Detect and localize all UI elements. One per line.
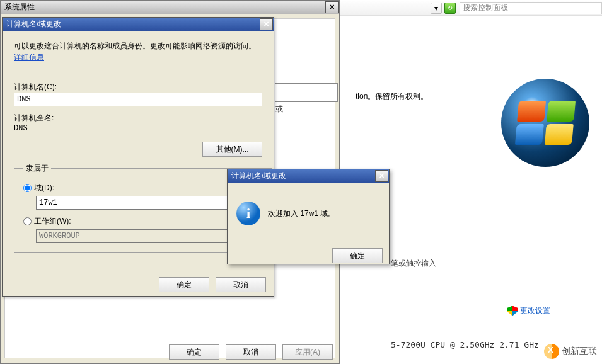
workgroup-radio-label: 工作组(W): xyxy=(34,216,71,227)
msgbox-buttons: 确定 xyxy=(228,244,389,267)
system-properties-buttons: 确定 取消 应用(A) xyxy=(169,344,333,360)
dialog-description: 可以更改这台计算机的名称和成员身份。更改可能影响网络资源的访问。 详细信息 xyxy=(14,40,262,63)
ok-button[interactable]: 确定 xyxy=(332,248,383,263)
watermark-icon xyxy=(544,344,559,359)
refresh-icon: ↻ xyxy=(448,4,453,11)
system-properties-title: 系统属性 xyxy=(4,2,35,13)
welcome-message-box: 计算机名/域更改 ✕ i 欢迎加入 17w1 域。 确定 xyxy=(227,169,390,264)
close-button[interactable]: ✕ xyxy=(325,1,339,13)
computer-name-input[interactable] xyxy=(14,93,262,106)
workgroup-radio[interactable] xyxy=(23,217,32,225)
name-dialog-titlebar[interactable]: 计算机名/域更改 ✕ xyxy=(3,18,274,31)
msgbox-body: i 欢迎加入 17w1 域。 xyxy=(228,183,389,244)
ok-button[interactable]: 确定 xyxy=(169,344,219,360)
name-dialog-buttons: 确定 取消 xyxy=(159,277,266,292)
nav-refresh-button[interactable]: ↻ xyxy=(444,3,456,14)
msgbox-titlebar[interactable]: 计算机名/域更改 ✕ xyxy=(228,169,389,183)
system-info-area: tion。保留所有权利。 xyxy=(340,16,602,28)
description-suffix: 或 xyxy=(275,104,283,115)
windows-logo xyxy=(501,79,589,167)
pen-touch-info: 笔或触控输入 xyxy=(391,258,436,269)
address-search-bar: ▾ ↻ 搜索控制面板 xyxy=(340,1,602,16)
cancel-button[interactable]: 取消 xyxy=(226,344,276,360)
domain-radio-label: 域(D): xyxy=(34,183,54,193)
cpu-info: 5-7200U CPU @ 2.50GHz 2.71 GHz xyxy=(391,340,539,350)
computer-name-label: 计算机名(C): xyxy=(14,82,262,93)
search-input[interactable]: 搜索控制面板 xyxy=(460,2,602,14)
domain-radio[interactable] xyxy=(23,184,32,192)
close-button[interactable]: ✕ xyxy=(260,18,273,30)
description-input[interactable] xyxy=(275,83,338,102)
change-settings-link[interactable]: 更改设置 xyxy=(507,305,550,316)
system-properties-titlebar[interactable]: 系统属性 ✕ xyxy=(1,1,339,14)
info-icon: i xyxy=(236,202,260,225)
close-button[interactable]: ✕ xyxy=(375,170,388,182)
nav-back-button[interactable]: ▾ xyxy=(431,3,442,14)
watermark: 创新互联 xyxy=(544,344,597,359)
close-icon: ✕ xyxy=(263,20,269,28)
search-placeholder: 搜索控制面板 xyxy=(463,3,508,13)
cancel-button[interactable]: 取消 xyxy=(216,277,266,292)
details-link[interactable]: 详细信息 xyxy=(14,53,44,62)
full-computer-name-value: DNS xyxy=(14,124,28,133)
ok-button[interactable]: 确定 xyxy=(159,277,209,292)
msgbox-title: 计算机名/域更改 xyxy=(231,171,286,181)
shield-icon xyxy=(507,306,518,316)
member-of-legend: 隶属于 xyxy=(23,163,51,174)
windows-flag-icon xyxy=(515,101,576,145)
other-button[interactable]: 其他(M)... xyxy=(202,142,262,157)
close-icon: ✕ xyxy=(379,172,385,180)
apply-button[interactable]: 应用(A) xyxy=(282,344,333,360)
msgbox-message: 欢迎加入 17w1 域。 xyxy=(268,208,335,219)
full-computer-name-label: 计算机全名: xyxy=(14,113,262,123)
copyright-text: tion。保留所有权利。 xyxy=(356,91,428,102)
name-dialog-title: 计算机名/域更改 xyxy=(6,19,61,30)
close-icon: ✕ xyxy=(329,3,335,11)
